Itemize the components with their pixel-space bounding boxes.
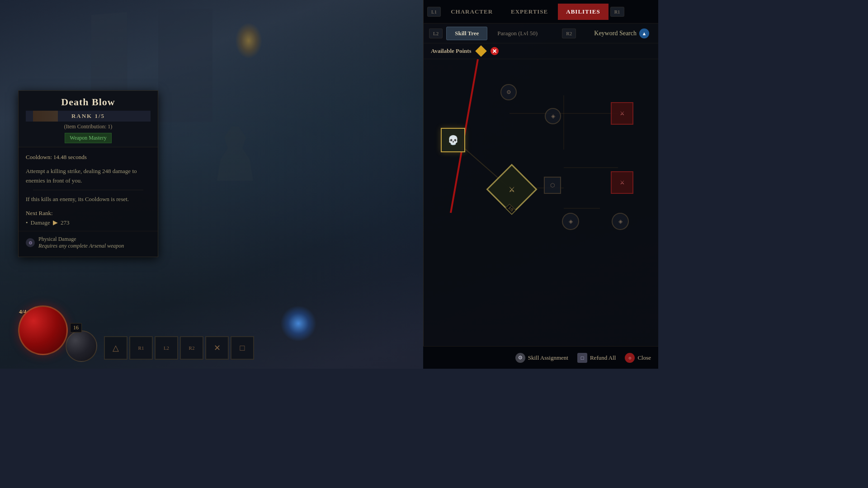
tab-paragon[interactable]: Paragon (Lvl 50) [491,27,544,40]
skill-node-r2-icon: ◈ [551,113,555,120]
next-rank-section: Next Rank: • Damage ▶ 273 [19,210,158,226]
footer-damage-type: Physical Damage [38,236,124,243]
refund-label: Refund All [590,354,616,361]
bottom-bar: ⊙ Skill Assignment □ Refund All ○ Close [423,346,658,369]
skill-node-top[interactable]: ⚙ [500,84,517,100]
skill-node-b2[interactable]: ◈ [612,213,629,230]
physical-damage-icon: ⚙ [26,238,35,247]
sub-tab-bar: L2 Skill Tree Paragon (Lvl 50) R2 Keywor… [424,23,658,43]
skill-node-r3-icon: ⚔ [620,179,625,186]
refund-badge: □ [577,353,587,363]
death-blow-icon: 💀 [448,135,459,145]
tab-abilities[interactable]: ABILITIES [558,4,608,20]
skill-node-b2-icon: ◈ [618,218,623,225]
skill-node-r4[interactable]: ⬡ [544,177,561,194]
main-center-node[interactable]: ⚔ 1/5 [486,164,537,215]
skill-node-b1[interactable]: ◈ [562,213,579,230]
available-points-bar: Available Points [424,43,658,59]
available-points-label: Available Points [431,47,472,55]
tooltip-divider [33,190,143,190]
tab-skill-tree[interactable]: Skill Tree [446,27,487,40]
skill-assignment-btn[interactable]: ⊙ Skill Assignment [515,353,568,363]
skill-node-r4-icon: ⬡ [550,182,555,189]
tooltip-description: Attempt a killing strike, dealing 248 da… [26,167,151,186]
portal-orb [280,305,316,342]
refund-all-btn[interactable]: □ Refund All [577,353,616,363]
skill-node-r2[interactable]: ◈ [545,108,561,124]
weapon-mastery-tag: Weapon Mastery [65,133,111,143]
l2-badge: L2 [429,28,443,38]
point-cancel-icon [491,47,499,55]
close-btn[interactable]: ○ Close [625,353,651,363]
skill-node-b1-icon: ◈ [569,218,573,225]
death-blow-node[interactable]: 💀 [441,128,465,152]
top-tab-bar: L1 CHARACTER EXPERTISE ABILITIES R1 [424,0,658,23]
close-badge: ○ [625,353,635,363]
skill-tooltip: Death Blow RANK 1/5 (Item Contribution: … [18,90,158,257]
bg-structure-2 [158,9,212,122]
next-rank-stat: Damage [31,219,50,226]
next-rank-value: 273 [61,219,70,226]
keyword-search-area[interactable]: Keyword Search ▲ [594,28,649,38]
next-rank-label: Next Rank: [26,210,151,217]
footer-requirement: Requires any complete Arsenal weapon [38,243,124,249]
tree-connectors [424,59,658,342]
tooltip-title: Death Blow [26,96,151,108]
tab-expertise[interactable]: EXPERTISE [503,4,556,20]
main-diamond-icon: ⚔ [509,185,515,194]
tooltip-footer: ⚙ Physical Damage Requires any complete … [19,231,158,249]
r2-badge: R2 [562,28,576,38]
skill-node-r1-icon: ⚔ [620,110,625,117]
skill-tree-area[interactable]: 💀 ⚙ ⚔ ◈ ⚔ 1/5 ⚔ [424,59,658,342]
skill-node-r1[interactable]: ⚔ [611,102,633,125]
skill-node-top-icon: ⚙ [506,89,511,96]
tab-character[interactable]: CHARACTER [443,4,501,20]
skill-assignment-label: Skill Assignment [528,354,568,361]
tooltip-passive: If this kills an enemy, its Cooldown is … [26,195,151,204]
keyword-search-label: Keyword Search [594,30,637,37]
tooltip-header: Death Blow RANK 1/5 (Item Contribution: … [19,91,158,147]
main-diamond-inner: ⚔ [495,173,528,206]
right-panel: L1 CHARACTER EXPERTISE ABILITIES R1 L2 S… [423,0,658,369]
rank-text: RANK 1/5 [71,113,105,120]
next-rank-item: • Damage ▶ 273 [26,219,151,226]
tooltip-body: Cooldown: 14.48 seconds Attempt a killin… [19,147,158,210]
skill-assignment-badge: ⊙ [515,353,525,363]
l1-badge: L1 [427,7,441,17]
r1-badge: R1 [610,7,624,17]
rank-fill [33,111,58,122]
lantern-glow [235,23,262,59]
keyword-search-icon: ▲ [639,28,649,38]
item-contribution: (Item Contribution: 1) [26,123,151,130]
arrow-icon: ▶ [53,219,58,226]
point-diamond-icon [475,45,486,56]
skill-node-r3[interactable]: ⚔ [611,171,633,194]
cooldown-stat: Cooldown: 14.48 seconds [26,153,151,162]
node-container: 💀 ⚙ ⚔ ◈ ⚔ 1/5 ⚔ [424,59,658,342]
close-label: Close [637,354,651,361]
rank-bar: RANK 1/5 [26,111,151,122]
